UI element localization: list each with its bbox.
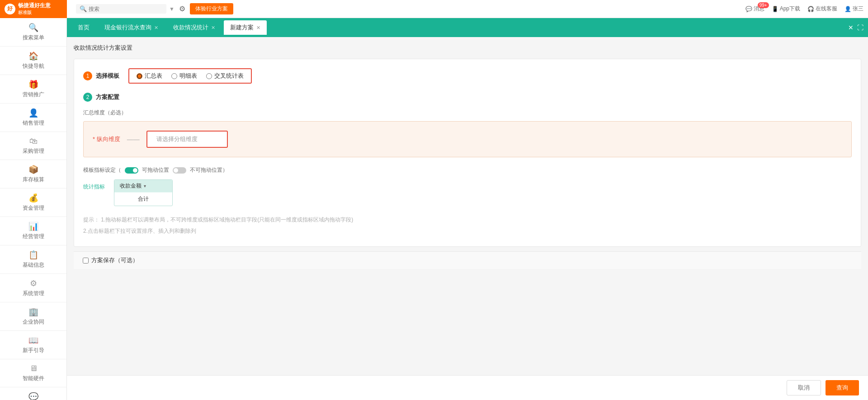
sidebar-item-wechat[interactable]: 💬 企业微信 [0, 387, 66, 400]
template-radio-group: 汇总表 明细表 交叉统计表 [128, 68, 252, 84]
tab-home[interactable]: 首页 [71, 20, 96, 35]
sidebar-item-search[interactable]: 🔍 搜索菜单 [0, 18, 66, 47]
radio-summary[interactable]: 汇总表 [137, 72, 162, 80]
brand-logo: 好 畅捷通好生意 标准版 [0, 0, 67, 18]
notifications-link[interactable]: 💬 消息 99+ [745, 5, 764, 13]
user-info[interactable]: 👤 张三 [844, 5, 863, 13]
movable-toggle[interactable] [125, 167, 138, 174]
sidebar-item-purchase[interactable]: 🛍 采购管理 [0, 132, 66, 160]
sidebar-item-guide[interactable]: 📖 新手引导 [0, 331, 66, 359]
sidebar-item-label-search: 搜索菜单 [23, 34, 44, 42]
unmovable-toggle[interactable] [173, 167, 186, 174]
tab-new-plan-label: 新建方案 [230, 24, 254, 32]
sidebar-item-label-marketing: 营销推广 [23, 91, 44, 99]
sidebar-item-label-finance: 资金管理 [23, 204, 44, 212]
tab-cash-bank-close[interactable]: ✕ [154, 25, 158, 31]
vertical-dim-label: * 纵向维度 [93, 135, 120, 143]
service-label: 在线客服 [816, 5, 837, 13]
tab-cash-bank[interactable]: 现金银行流水查询 ✕ [98, 20, 165, 35]
movable-label: 可拖动位置 [142, 166, 169, 174]
enterprise-icon: 🏢 [28, 307, 38, 317]
radio-detail-input[interactable] [171, 73, 177, 79]
tab-new-plan-close[interactable]: ✕ [256, 25, 260, 31]
save-plan-checkbox-label[interactable]: 方案保存（可选） [83, 256, 138, 264]
chevron-down-icon[interactable]: ▾ [144, 184, 146, 188]
sidebar-item-hardware[interactable]: 🖥 智能硬件 [0, 359, 66, 387]
search-dropdown-icon[interactable]: ▼ [169, 6, 175, 12]
sidebar-item-system[interactable]: ⚙ 系统管理 [0, 274, 66, 302]
query-button[interactable]: 查询 [826, 380, 859, 395]
sidebar-item-finance[interactable]: 💰 资金管理 [0, 188, 66, 217]
tab-cash-bank-label: 现金银行流水查询 [104, 24, 151, 32]
search-icon: 🔍 [80, 5, 87, 12]
step1-num: 1 [83, 71, 92, 80]
radio-cross-label: 交叉统计表 [214, 72, 244, 80]
inventory-icon: 📦 [28, 165, 38, 174]
home-icon: 🏠 [28, 51, 38, 61]
save-plan-checkbox[interactable] [83, 258, 89, 264]
sidebar-item-label-guide: 新手引导 [23, 347, 44, 354]
sidebar-item-marketing[interactable]: 🎁 营销推广 [0, 75, 66, 104]
radio-summary-input[interactable] [137, 73, 142, 79]
sidebar-item-basic-info[interactable]: 📋 基础信息 [0, 245, 66, 274]
radio-cross-input[interactable] [206, 73, 212, 79]
dimension-select[interactable]: 请选择分组维度 [146, 131, 228, 148]
sidebar-item-inventory[interactable]: 📦 库存核算 [0, 160, 66, 188]
app-download-link[interactable]: 📱 App下载 [772, 5, 800, 13]
sidebar-item-label-hardware: 智能硬件 [23, 375, 44, 382]
col-header-label: 收款金额 [120, 182, 142, 190]
dimension-row: * 纵向维度 —— 请选择分组维度 [93, 131, 842, 148]
brand-name: 畅捷通好生意 [18, 2, 51, 9]
gear-icon[interactable]: ⚙ [179, 5, 185, 13]
tips-section: 提示： 1.拖动标题栏可以调整布局，不可跨维度或指标区域拖动栏目字段(只能在同一… [83, 215, 852, 236]
tab-receipt-stats[interactable]: 收款情况统计 ✕ [167, 20, 222, 35]
metric-section: 模板指标设定（ 可拖动位置 不可拖动位置） 统计指标 [83, 166, 852, 206]
tab-expand-icon[interactable]: ⛶ [857, 24, 863, 31]
metric-table-header: 收款金额 ▾ [114, 180, 172, 192]
trial-button[interactable]: 体验行业方案 [190, 3, 233, 14]
brand-icon: 好 [5, 4, 15, 14]
tab-bar: 首页 现金银行流水查询 ✕ 收款情况统计 ✕ 新建方案 ✕ ✕ ⛶ [67, 18, 868, 37]
sales-icon: 👤 [28, 108, 38, 118]
step1-label: 选择模板 [96, 72, 119, 80]
step2-header: 2 方案配置 [83, 93, 852, 102]
step2-label: 方案配置 [96, 93, 119, 101]
sidebar-item-label-enterprise: 企业协同 [23, 318, 44, 326]
tab-receipt-stats-close[interactable]: ✕ [211, 25, 215, 31]
sidebar-item-sales[interactable]: 👤 销售管理 [0, 104, 66, 132]
sidebar-item-label-operations: 经营管理 [23, 233, 44, 240]
cancel-button[interactable]: 取消 [787, 380, 821, 395]
radio-cross[interactable]: 交叉统计表 [206, 72, 244, 80]
step2-num: 2 [83, 93, 92, 102]
message-icon: 💬 [745, 6, 752, 12]
download-icon: 📱 [772, 6, 778, 12]
arrow-icon: —— [127, 136, 140, 143]
customer-service-link[interactable]: 🎧 在线客服 [807, 5, 837, 13]
dimension-title: 汇总维度（必选） [83, 109, 852, 117]
download-label: App下载 [780, 5, 800, 13]
sidebar-item-operations[interactable]: 📊 经营管理 [0, 217, 66, 245]
sidebar-item-label-basic-info: 基础信息 [23, 261, 44, 269]
purchase-icon: 🛍 [29, 136, 38, 146]
tab-home-label: 首页 [78, 24, 90, 32]
metric-setting-label-prefix: 模板指标设定（ [83, 166, 121, 174]
user-name: 张三 [853, 5, 863, 13]
dimension-area: * 纵向维度 —— 请选择分组维度 [83, 121, 852, 157]
page-title: 收款情况统计方案设置 [74, 44, 861, 52]
search-input[interactable] [89, 6, 161, 12]
sidebar-item-label-sales: 销售管理 [23, 119, 44, 127]
sidebar-item-enterprise[interactable]: 🏢 企业协同 [0, 302, 66, 331]
sidebar-item-quick-nav[interactable]: 🏠 快捷导航 [0, 47, 66, 75]
user-icon: 👤 [844, 6, 851, 12]
tab-new-plan[interactable]: 新建方案 ✕ [224, 20, 267, 35]
page-footer: 方案保存（可选） [74, 251, 861, 269]
basic-info-icon: 📋 [28, 250, 38, 260]
sidebar-item-label-quick-nav: 快捷导航 [23, 62, 44, 70]
operations-icon: 📊 [28, 221, 38, 231]
header-search-box[interactable]: 🔍 [76, 4, 166, 14]
wechat-icon: 💬 [28, 392, 38, 400]
radio-summary-label: 汇总表 [145, 72, 162, 80]
radio-detail[interactable]: 明细表 [171, 72, 197, 80]
stat-label: 统计指标 [83, 179, 105, 191]
tab-close-all-icon[interactable]: ✕ [848, 24, 854, 31]
